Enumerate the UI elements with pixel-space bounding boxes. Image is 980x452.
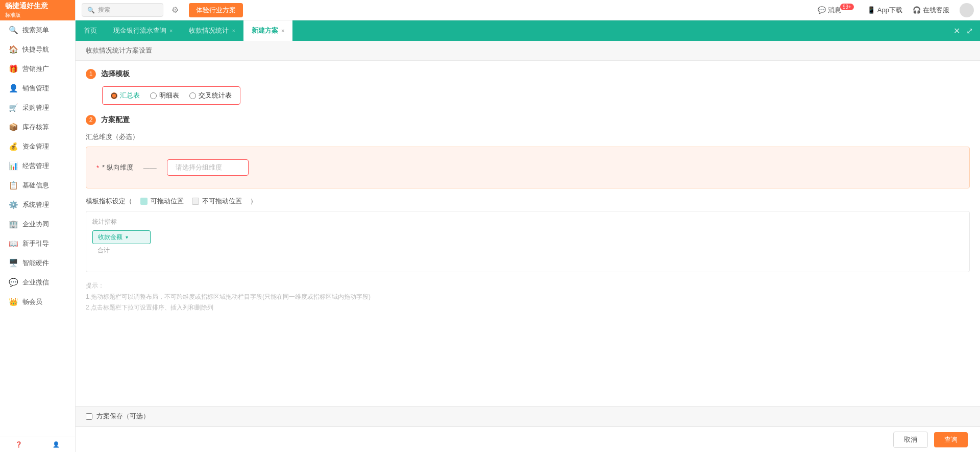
- notification-badge: 99+: [840, 4, 854, 10]
- trial-button[interactable]: 体验行业方案: [189, 3, 243, 17]
- radio-detail-input[interactable]: [150, 92, 157, 99]
- cancel-button[interactable]: 取消: [893, 432, 928, 448]
- step1-number: 1: [86, 69, 96, 79]
- sidebar-icon-vip: 👑: [8, 297, 18, 306]
- dimension-area: * * 纵向维度 —— 请选择分组维度: [86, 147, 970, 188]
- nodrag-indicator: 不可拖动位置: [192, 197, 242, 206]
- sidebar-item-system[interactable]: ⚙️系统管理: [0, 195, 75, 215]
- sidebar-item-vip[interactable]: 👑畅会员: [0, 292, 75, 312]
- topbar: 🔍 搜索 ⚙ 体验行业方案 💬 消息 99+ 📱 App下载 🎧 在线客服: [76, 0, 980, 20]
- sidebar-label-operations: 经营管理: [22, 161, 49, 171]
- drag-indicator: 可拖动位置: [140, 197, 184, 206]
- sidebar-label-search-menu: 搜索菜单: [22, 26, 49, 35]
- footer-options: 方案保存（可选）: [76, 406, 980, 426]
- metrics-area-title: 统计指标: [92, 218, 963, 226]
- sidebar-item-marketing[interactable]: 🎁营销推广: [0, 59, 75, 79]
- sidebar-label-inventory: 库存核算: [22, 123, 49, 132]
- step2-section: 2 方案配置 汇总维度（必选） * * 纵向维度 —— 请选择分组维度 模板指标…: [76, 115, 980, 325]
- radio-summary[interactable]: 汇总表: [111, 91, 140, 100]
- close-window-icon[interactable]: ✕: [953, 26, 960, 36]
- sidebar-item-search-menu[interactable]: 🔍搜索菜单: [0, 20, 75, 40]
- metrics-header-end: ）: [250, 197, 257, 206]
- sidebar-item-inventory[interactable]: 📦库存核算: [0, 117, 75, 137]
- sidebar-label-quick-nav: 快捷导航: [22, 45, 49, 54]
- radio-summary-label: 汇总表: [120, 91, 140, 100]
- sidebar-bottom: ❓ 👤: [0, 437, 75, 452]
- step1-section: 1 选择模板 汇总表 明细表 交叉统计表: [76, 61, 980, 115]
- metrics-header-text: 模板指标设定（: [86, 197, 132, 206]
- radio-cross-label: 交叉统计表: [199, 91, 232, 100]
- sidebar-item-basic-info[interactable]: 📋基础信息: [0, 176, 75, 195]
- sidebar-label-sales: 销售管理: [22, 84, 49, 93]
- step2-title: 方案配置: [101, 115, 130, 125]
- sidebar-icon-enterprise-wechat: 💬: [8, 278, 18, 287]
- bottom-bar: 取消 查询: [76, 426, 980, 452]
- sidebar-icon-system: ⚙️: [8, 200, 18, 209]
- sidebar-item-operations[interactable]: 📊经营管理: [0, 156, 75, 176]
- tab-cash-flow[interactable]: 现金银行流水查询×: [105, 20, 181, 41]
- sidebar-icon-basic-info: 📋: [8, 181, 18, 190]
- arrow-icon: ——: [143, 164, 157, 172]
- search-icon: 🔍: [87, 7, 95, 14]
- metrics-header: 模板指标设定（ 可拖动位置 不可拖动位置 ）: [86, 197, 970, 206]
- radio-cross-input[interactable]: [189, 92, 196, 99]
- sidebar-icon-search-menu: 🔍: [8, 26, 18, 35]
- sidebar-icon-enterprise-collab: 🏢: [8, 220, 18, 229]
- tab-label-collection-stats: 收款情况统计: [189, 26, 229, 35]
- sidebar-icon-quick-nav: 🏠: [8, 45, 18, 54]
- settings-icon[interactable]: ⚙: [172, 5, 179, 15]
- tab-close-collection-stats[interactable]: ×: [232, 28, 235, 34]
- radio-summary-input[interactable]: [111, 92, 117, 99]
- download-label: App下载: [877, 6, 902, 15]
- notification-item[interactable]: 💬 消息 99+: [818, 6, 857, 15]
- group-dimension-select[interactable]: 请选择分组维度: [167, 159, 249, 176]
- content-inner: 收款情况统计方案设置 1 选择模板 汇总表 明细表: [76, 41, 980, 406]
- sidebar-icon-finance: 💰: [8, 142, 18, 151]
- sidebar-label-purchase: 采购管理: [22, 103, 49, 112]
- tab-label-home: 首页: [84, 26, 97, 35]
- dimension-section-label: 汇总维度（必选）: [86, 132, 970, 141]
- drag-label: 可拖动位置: [151, 197, 184, 206]
- radio-detail[interactable]: 明细表: [150, 91, 179, 100]
- user-avatar[interactable]: [960, 3, 974, 17]
- tab-close-new-plan[interactable]: ×: [281, 28, 284, 34]
- service-item[interactable]: 🎧 在线客服: [913, 6, 949, 15]
- query-button[interactable]: 查询: [934, 432, 968, 447]
- tip-item: 2.点击标题栏下拉可设置排序、插入列和删除列: [86, 302, 970, 314]
- tab-home[interactable]: 首页: [76, 20, 105, 41]
- sidebar-label-enterprise-wechat: 企业微信: [22, 278, 49, 287]
- sidebar-item-quick-nav[interactable]: 🏠快捷导航: [0, 40, 75, 59]
- sidebar-help[interactable]: ❓: [15, 441, 22, 448]
- tip-item: 1.拖动标题栏可以调整布局，不可跨维度或指标区域拖动栏目字段(只能在同一维度或指…: [86, 292, 970, 303]
- sidebar-label-vip: 畅会员: [22, 297, 42, 306]
- radio-cross[interactable]: 交叉统计表: [189, 91, 232, 100]
- row-dimension-label: * 纵向维度: [102, 163, 133, 172]
- content-area: 收款情况统计方案设置 1 选择模板 汇总表 明细表: [76, 41, 980, 426]
- sidebar-label-system: 系统管理: [22, 200, 49, 209]
- maximize-window-icon[interactable]: ⤢: [966, 26, 973, 36]
- metrics-area: 统计指标 收款金额 ▾ 合计: [86, 211, 970, 272]
- sidebar-label-marketing: 营销推广: [22, 64, 49, 74]
- window-controls: ✕ ⤢: [946, 26, 980, 36]
- tab-collection-stats[interactable]: 收款情况统计×: [181, 20, 243, 41]
- download-icon: 📱: [867, 6, 875, 14]
- save-plan-checkbox[interactable]: [86, 413, 92, 420]
- sidebar-item-enterprise-collab[interactable]: 🏢企业协同: [0, 215, 75, 234]
- sidebar-icon-purchase: 🛒: [8, 103, 18, 112]
- tab-new-plan[interactable]: 新建方案×: [243, 20, 292, 41]
- drag-dot: [140, 198, 148, 205]
- metric-tag-amount[interactable]: 收款金额 ▾: [92, 230, 151, 244]
- sidebar-item-finance[interactable]: 💰资金管理: [0, 137, 75, 156]
- topbar-search[interactable]: 🔍 搜索: [82, 3, 163, 17]
- sidebar-item-purchase[interactable]: 🛒采购管理: [0, 98, 75, 117]
- sidebar-item-sales[interactable]: 👤销售管理: [0, 79, 75, 98]
- sidebar-item-smart-hardware[interactable]: 🖥️智能硬件: [0, 253, 75, 273]
- sidebar-label-finance: 资金管理: [22, 142, 49, 151]
- tab-close-cash-flow[interactable]: ×: [169, 28, 173, 34]
- sidebar-item-enterprise-wechat[interactable]: 💬企业微信: [0, 273, 75, 292]
- tab-label-new-plan: 新建方案: [252, 26, 278, 35]
- sidebar-user[interactable]: 👤: [53, 441, 60, 448]
- download-item[interactable]: 📱 App下载: [867, 6, 902, 15]
- sidebar-item-beginner-guide[interactable]: 📖新手引导: [0, 234, 75, 253]
- step1-title: 选择模板: [101, 69, 130, 79]
